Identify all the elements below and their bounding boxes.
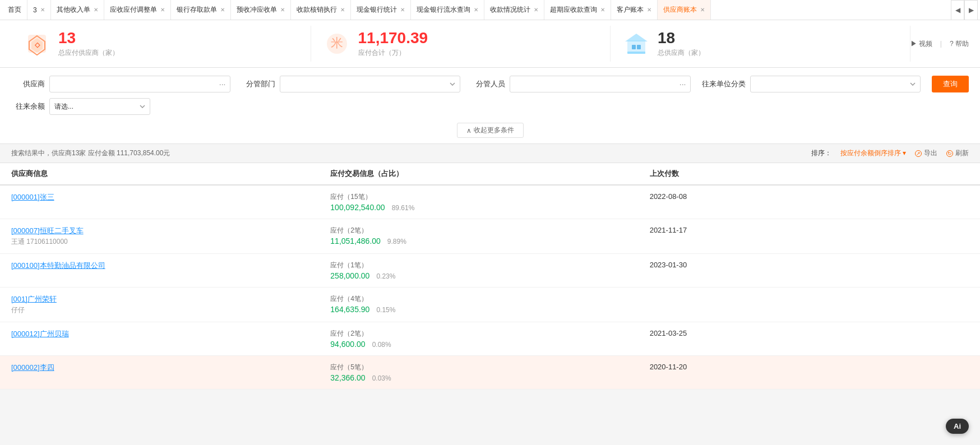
help-link[interactable]: ? 帮助 <box>950 39 969 49</box>
tx-cell-000012: 应付（2笔） 94,600.00 0.08% <box>330 329 649 349</box>
result-actions: 排序： 按应付余额倒序排序 ▾ ↗ 导出 ↻ 刷新 <box>811 149 969 158</box>
table-row: [001]广州荣轩 仔仔 应付（4笔） 164,635.90 0.15% <box>0 288 980 322</box>
nav-overdue-query[interactable]: 超期应收款查询 ✕ <box>544 0 611 20</box>
tx-row-000007: 11,051,486.00 9.89% <box>330 237 649 245</box>
close-cash-bank-stat-icon[interactable]: ✕ <box>400 7 405 13</box>
sort-chevron-icon[interactable]: ▾ <box>903 149 906 157</box>
balance-label: 往来余额 <box>11 101 45 112</box>
nav-cash-bank-flow[interactable]: 现金银行流水查询 ✕ <box>411 0 484 20</box>
tx-row-000100: 258,000.00 0.23% <box>330 271 649 280</box>
tx-cell-000001: 应付（15笔） 100,092,540.00 89.61% <box>330 192 649 212</box>
supplier-cell-000002: [000002]李四 <box>11 363 330 382</box>
supplier-label: 供应商 <box>11 79 45 89</box>
nav-collection-stat[interactable]: 收款情况统计 ✕ <box>484 0 544 20</box>
tx-label-000001: 应付（15笔） <box>330 192 649 202</box>
close-customer-account-icon[interactable]: ✕ <box>647 7 651 13</box>
nav-customer-account-label: 客户账本 <box>617 5 644 15</box>
supplier-cell-000100: [000100]本特勤油品有限公司 <box>11 261 330 280</box>
tx-amount-000002: 32,366.00 <box>330 373 365 382</box>
balance-select[interactable]: 请选... <box>49 98 150 115</box>
collapse-label: 收起更多条件 <box>474 126 514 135</box>
close-ap-adjust-icon[interactable]: ✕ <box>160 7 165 13</box>
close-collection-verify-icon[interactable]: ✕ <box>340 7 345 13</box>
nav-arrow-right[interactable]: ▶ <box>964 0 978 20</box>
tx-percent-000012: 0.08% <box>372 341 391 349</box>
unit-type-select[interactable] <box>750 76 921 92</box>
close-supplier-account-icon[interactable]: ✕ <box>700 7 705 13</box>
export-button[interactable]: ↗ 导出 <box>915 149 937 158</box>
tx-row-000002: 32,366.00 0.03% <box>330 373 649 382</box>
close-tab3-icon[interactable]: ✕ <box>40 7 45 13</box>
supplier-sub-000007: 王通 17106110000 <box>11 237 330 247</box>
close-overdue-query-icon[interactable]: ✕ <box>600 7 605 13</box>
supplier-link-000007[interactable]: [000007]恒旺二手叉车 <box>11 226 330 236</box>
nav-cash-bank-stat[interactable]: 现金银行统计 ✕ <box>351 0 411 20</box>
nav-arrow-left[interactable]: ◀ <box>951 0 964 20</box>
svg-rect-8 <box>632 45 636 49</box>
nav-cash-bank-stat-label: 现金银行统计 <box>357 5 397 15</box>
manager-input[interactable] <box>510 76 691 92</box>
stat-label-payable-total: 应付合计（万） <box>358 48 428 58</box>
refresh-button[interactable]: ↻ 刷新 <box>946 149 969 158</box>
close-other-income-icon[interactable]: ✕ <box>94 7 98 13</box>
stat-label-payable-suppliers: 总应付供应商（家） <box>58 48 119 58</box>
nav-other-income-label: 其他收入单 <box>57 5 90 15</box>
supplier-cell-000012: [000012]广州贝瑞 <box>11 329 330 349</box>
query-button[interactable]: 查询 <box>932 76 969 92</box>
tx-row-001: 164,635.90 0.15% <box>330 305 649 314</box>
supplier-field: 供应商 ··· <box>11 76 230 92</box>
nav-supplier-account[interactable]: 供应商账本 ✕ <box>658 0 711 20</box>
close-bank-deposit-icon[interactable]: ✕ <box>220 7 225 13</box>
col-header-last-payment: 上次付数 <box>650 169 969 179</box>
nav-collection-verify[interactable]: 收款核销执行 ✕ <box>291 0 351 20</box>
svg-rect-9 <box>637 45 641 49</box>
supplier-link-000012[interactable]: [000012]广州贝瑞 <box>11 329 330 339</box>
supplier-link-000100[interactable]: [000100]本特勤油品有限公司 <box>11 261 330 271</box>
close-prepay-icon[interactable]: ✕ <box>280 7 285 13</box>
table-row: [000007]恒旺二手叉车 王通 17106110000 应付（2笔） 11,… <box>0 219 980 254</box>
tx-percent-000002: 0.03% <box>372 374 391 382</box>
manager-dots-icon[interactable]: ··· <box>679 80 686 89</box>
nav-prepay[interactable]: 预收冲应收单 ✕ <box>231 0 291 20</box>
supplier-dots-icon[interactable]: ··· <box>219 80 226 89</box>
dept-select[interactable] <box>280 76 461 92</box>
nav-ap-adjust[interactable]: 应收应付调整单 ✕ <box>104 0 171 20</box>
nav-collection-verify-label: 收款核销执行 <box>297 5 337 15</box>
supplier-link-000001[interactable]: [000001]张三 <box>11 192 330 202</box>
tx-cell-000002: 应付（5笔） 32,366.00 0.03% <box>330 363 649 382</box>
export-icon: ↗ <box>915 150 922 157</box>
supplier-link-000002[interactable]: [000002]李四 <box>11 363 330 373</box>
nav-home[interactable]: 首页 <box>2 0 27 20</box>
svg-rect-10 <box>627 52 645 54</box>
table-row: [000001]张三 应付（15笔） 100,092,540.00 89.61%… <box>0 186 980 219</box>
nav-customer-account[interactable]: 客户账本 ✕ <box>611 0 658 20</box>
close-cash-bank-flow-icon[interactable]: ✕ <box>474 7 478 13</box>
manager-input-wrapper: ··· <box>510 76 691 92</box>
nav-other-income[interactable]: 其他收入单 ✕ <box>51 0 104 20</box>
stat-info-payable-total: 11,170.39 应付合计（万） <box>358 30 428 58</box>
close-collection-stat-icon[interactable]: ✕ <box>534 7 538 13</box>
supplier-cell-000001: [000001]张三 <box>11 192 330 212</box>
stat-block-total-suppliers: 18 总供应商（家） <box>611 26 910 62</box>
video-link[interactable]: ▶ 视频 <box>910 39 932 49</box>
supplier-input-wrapper: ··· <box>49 76 230 92</box>
nav-bank-deposit-label: 银行存取款单 <box>177 5 217 15</box>
sort-value: 按应付余额倒序排序 ▾ <box>840 149 906 158</box>
nav-tab3-label: 3 <box>33 6 37 14</box>
tx-percent-000007: 9.89% <box>387 238 406 245</box>
supplier-input[interactable] <box>49 76 230 92</box>
tx-row-000012: 94,600.00 0.08% <box>330 340 649 349</box>
supplier-link-001[interactable]: [001]广州荣轩 <box>11 294 330 304</box>
unit-type-field: 往来单位分类 <box>702 76 921 92</box>
collapse-button[interactable]: ∧ 收起更多条件 <box>457 123 524 138</box>
nav-tab3[interactable]: 3 ✕ <box>27 0 51 20</box>
tx-amount-001: 164,635.90 <box>330 305 369 314</box>
nav-bank-deposit[interactable]: 银行存取款单 ✕ <box>171 0 231 20</box>
search-row-2: 往来余额 请选... <box>11 98 969 115</box>
nav-cash-bank-flow-label: 现金银行流水查询 <box>417 5 470 15</box>
stat-info-total-suppliers: 18 总供应商（家） <box>658 30 705 58</box>
rice-icon: 米 <box>322 29 352 58</box>
last-payment-000002: 2020-11-20 <box>650 363 969 382</box>
dept-field: 分管部门 <box>242 76 461 92</box>
unit-type-label: 往来单位分类 <box>702 79 746 89</box>
